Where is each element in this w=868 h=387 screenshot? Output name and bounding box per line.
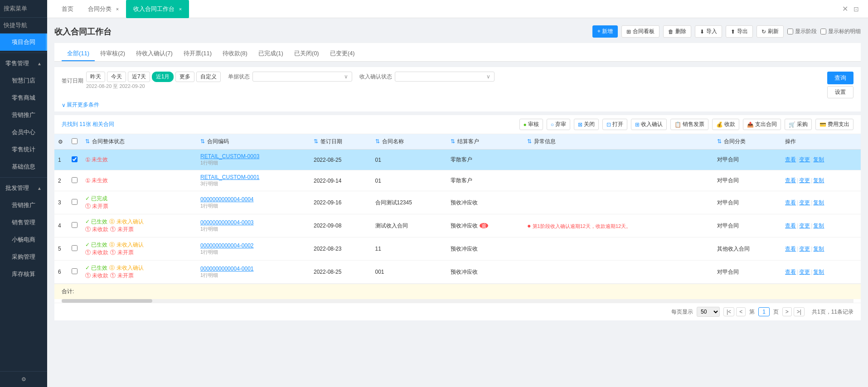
copy-link[interactable]: 复制 xyxy=(813,199,824,206)
copy-link[interactable]: 复制 xyxy=(813,223,824,229)
cell-checkbox[interactable] xyxy=(68,150,82,170)
filter-tab-pending-invoice[interactable]: 待开票(11) xyxy=(178,47,217,61)
close-button[interactable]: ⊠ 关闭 xyxy=(574,119,599,130)
sidebar-nav[interactable]: 快捷导航 xyxy=(0,18,47,34)
sidebar-item-xiaochang[interactable]: 小畅电商 xyxy=(0,231,47,248)
purchase-button[interactable]: 🛒 采购 xyxy=(785,119,812,130)
cell-checkbox[interactable] xyxy=(68,170,82,191)
contract-code-link[interactable]: 0000000000004-0004 xyxy=(200,196,253,203)
show-fields-input[interactable] xyxy=(787,29,793,34)
page-size-select[interactable]: 50 100 200 xyxy=(697,307,720,317)
collect-button[interactable]: 💰 收款 xyxy=(712,119,739,130)
row-checkbox[interactable] xyxy=(72,222,78,228)
sidebar-settings[interactable]: ⚙ xyxy=(0,371,47,387)
cell-checkbox[interactable] xyxy=(68,191,82,214)
view-link[interactable]: 查看 xyxy=(785,156,796,163)
edit-link[interactable]: 变更 xyxy=(799,156,810,163)
contract-code-link[interactable]: 0000000000004-0001 xyxy=(200,266,253,272)
row-checkbox[interactable] xyxy=(72,245,78,251)
add-button[interactable]: + 新增 xyxy=(592,25,618,38)
page-first-button[interactable]: |< xyxy=(723,307,734,316)
sidebar-item-wholesale[interactable]: 批发管理 ▲ xyxy=(0,179,47,197)
date-btn-custom[interactable]: 自定义 xyxy=(196,72,221,82)
tab-home[interactable]: 首页 xyxy=(54,0,81,18)
cell-checkbox[interactable] xyxy=(68,237,82,261)
sidebar-item-marketing[interactable]: 营销推广 xyxy=(0,106,47,124)
filter-tab-closed[interactable]: 已关闭(0) xyxy=(289,47,325,61)
import-button[interactable]: ⬇ 导入 xyxy=(695,25,722,38)
sidebar-item-inventory[interactable]: 库存核算 xyxy=(0,266,47,283)
expand-conditions-button[interactable]: ∨ 展开更多条件 xyxy=(62,101,853,109)
filter-tab-all[interactable]: 全部(11) xyxy=(62,47,95,61)
tab-income-workbench[interactable]: 收入合同工作台 × xyxy=(126,0,189,18)
page-last-button[interactable]: >| xyxy=(794,307,805,316)
sidebar-item-purchase[interactable]: 采购管理 xyxy=(0,248,47,266)
copy-link[interactable]: 复制 xyxy=(813,156,824,163)
window-close-icon[interactable]: ✕ xyxy=(839,5,852,13)
horizontal-scrollbar[interactable] xyxy=(62,299,853,303)
edit-link[interactable]: 变更 xyxy=(799,246,810,252)
doc-status-select[interactable]: ∨ xyxy=(252,72,352,82)
date-btn-yesterday[interactable]: 昨天 xyxy=(86,72,105,82)
income-confirm-select[interactable]: ∨ xyxy=(395,72,495,82)
window-resize-icon[interactable]: ⊡ xyxy=(852,5,861,13)
refresh-button[interactable]: ↻ 刷新 xyxy=(756,25,784,38)
contract-code-link[interactable]: 0000000000004-0003 xyxy=(200,219,253,226)
board-button[interactable]: ⊞ 合同看板 xyxy=(621,25,659,38)
sidebar-item-retail-mall[interactable]: 零售商城 xyxy=(0,89,47,106)
delete-button[interactable]: 🗑 删除 xyxy=(663,25,691,38)
sidebar-item-sales[interactable]: 销售管理 xyxy=(0,214,47,231)
scrollbar-thumb[interactable] xyxy=(62,299,152,303)
abandon-button[interactable]: ○ 弃审 xyxy=(547,119,570,130)
contract-code-link[interactable]: 0000000000004-0002 xyxy=(200,242,253,249)
copy-link[interactable]: 复制 xyxy=(813,246,824,252)
filter-tab-changed[interactable]: 已变更(4) xyxy=(325,47,360,61)
query-button[interactable]: 查询 xyxy=(827,72,853,84)
set-button[interactable]: 设置 xyxy=(827,86,853,98)
edit-link[interactable]: 变更 xyxy=(799,199,810,206)
show-details-input[interactable] xyxy=(820,29,826,34)
view-link[interactable]: 查看 xyxy=(785,199,796,206)
filter-tab-pending-income[interactable]: 待收入确认(7) xyxy=(131,47,178,61)
edit-link[interactable]: 变更 xyxy=(799,223,810,229)
view-link[interactable]: 查看 xyxy=(785,177,796,184)
date-btn-more[interactable]: 更多 xyxy=(175,72,194,82)
edit-link[interactable]: 变更 xyxy=(799,269,810,275)
sidebar-item-basic[interactable]: 基础信息 xyxy=(0,158,47,175)
cell-checkbox[interactable] xyxy=(68,214,82,237)
audit-button[interactable]: ● 审核 xyxy=(519,119,543,130)
sidebar-search[interactable]: 搜索菜单 xyxy=(0,0,47,18)
filter-tab-done[interactable]: 已完成(1) xyxy=(253,47,289,61)
income-confirm-button[interactable]: ⊞ 收入确认 xyxy=(631,119,667,130)
row-checkbox[interactable] xyxy=(72,156,78,162)
print-button[interactable]: ⊡ 打开 xyxy=(602,119,627,130)
contract-code-link[interactable]: RETAIL_CUSTOM-0001 xyxy=(200,174,259,180)
show-fields-checkbox[interactable]: 显示阶段 xyxy=(787,28,817,35)
copy-link[interactable]: 复制 xyxy=(813,269,824,275)
expense-out-button[interactable]: 📤 支出合同 xyxy=(743,119,781,130)
sales-invoice-button[interactable]: 📋 销售发票 xyxy=(670,119,708,130)
row-checkbox[interactable] xyxy=(72,199,78,205)
cell-checkbox[interactable] xyxy=(68,261,82,284)
contract-code-link[interactable]: RETAIL_CUSTOM-0003 xyxy=(200,153,259,160)
edit-link[interactable]: 变更 xyxy=(799,177,810,184)
sidebar-item-smart-store[interactable]: 智慧门店 xyxy=(0,72,47,89)
tab-close-contract-cat[interactable]: × xyxy=(116,6,119,12)
date-btn-today[interactable]: 今天 xyxy=(107,72,126,82)
tab-contract-cat[interactable]: 合同分类 × xyxy=(81,0,126,18)
row-checkbox[interactable] xyxy=(72,177,78,183)
select-all-checkbox[interactable] xyxy=(72,138,78,144)
sidebar-item-member[interactable]: 会员中心 xyxy=(0,124,47,141)
copy-link[interactable]: 复制 xyxy=(813,177,824,184)
sidebar-item-retail[interactable]: 零售管理 ▲ xyxy=(0,55,47,72)
cost-out-button[interactable]: 💳 费用支出 xyxy=(815,119,853,130)
row-checkbox[interactable] xyxy=(72,268,78,274)
page-prev-button[interactable]: < xyxy=(736,307,746,316)
sidebar-item-stat[interactable]: 零售统计 xyxy=(0,141,47,158)
sidebar-item-marketing2[interactable]: 营销推广 xyxy=(0,197,47,214)
export-button[interactable]: ⬆ 导出 xyxy=(726,25,753,38)
page-next-button[interactable]: > xyxy=(782,307,792,316)
show-details-checkbox[interactable]: 显示标的明细 xyxy=(820,28,861,35)
date-btn-last7[interactable]: 近7天 xyxy=(128,72,150,82)
th-settings[interactable]: ⚙ xyxy=(54,134,68,150)
